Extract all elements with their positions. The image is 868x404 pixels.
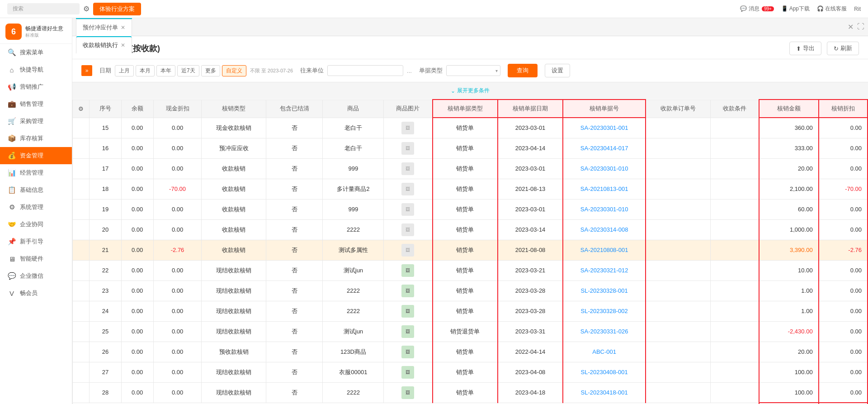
expand-more-button[interactable]: ⌄ 展开更多条件 <box>451 85 490 96</box>
cell-cash-discount-0: 0.00 <box>153 118 202 138</box>
cell-bill-no-0: SA-20230301-001 <box>563 118 646 138</box>
settings-icon[interactable]: ⚙ <box>78 105 84 112</box>
cell-receipt-order-no-11 <box>646 342 711 362</box>
top-bar-search[interactable]: 搜索 <box>7 3 80 14</box>
bill-no-link-1[interactable]: SA-20230414-017 <box>580 145 628 152</box>
page-header: 收款核销执行(按收款) ⬆ 导出 ↻ 刷新 <box>72 36 868 59</box>
bill-no-link-5[interactable]: SA-20230314-008 <box>580 226 628 233</box>
cell-cancel-discount-5: 0.00 <box>819 219 868 240</box>
sidebar-item-marketing[interactable]: 📢营销推广 <box>0 78 72 95</box>
sidebar-item-purchase[interactable]: 🛒采购管理 <box>0 113 72 130</box>
cell-cash-discount-4: 0.00 <box>153 199 202 219</box>
bill-no-link-3[interactable]: SA-20210813-001 <box>580 185 628 192</box>
cell-cancel-type-12: 现结收款核销 <box>202 362 266 382</box>
purchase-icon: 🛒 <box>7 117 16 125</box>
bill-no-link-10[interactable]: SA-20230331-026 <box>580 328 628 335</box>
app-download[interactable]: 📱 App下载 <box>781 5 810 13</box>
expand-tab-icon[interactable]: ⛶ <box>857 23 864 31</box>
sidebar-label-purchase: 采购管理 <box>20 117 43 125</box>
tab-close-receivable[interactable]: ✕ <box>121 42 125 48</box>
filter-expand-btn[interactable]: » <box>81 65 92 76</box>
cell-cancel-type-6: 收款核销 <box>202 240 266 260</box>
cell-cancel-discount-0: 0.00 <box>819 118 868 138</box>
cell-goods-13: 2222 <box>323 382 384 403</box>
bill-no-link-0[interactable]: SA-20230301-001 <box>580 124 628 131</box>
cell-no-7: 22 <box>90 260 122 280</box>
cell-receipt-condition-3 <box>711 179 760 199</box>
setting-button[interactable]: 设置 <box>545 64 570 77</box>
cell-bill-no-9: SL-20230328-002 <box>563 301 646 321</box>
bill-no-link-12[interactable]: SL-20230408-001 <box>581 369 628 375</box>
sidebar-item-system[interactable]: ⚙系统管理 <box>0 199 72 216</box>
counterpart-input[interactable] <box>327 65 403 76</box>
billtype-select[interactable] <box>446 65 500 76</box>
sidebar-label-member: 畅会员 <box>20 289 38 297</box>
sidebar-item-wechat[interactable]: 💬企业微信 <box>0 267 72 285</box>
close-tab-icon[interactable]: ✕ <box>848 23 854 31</box>
th-cancel-amount: 核销金额 <box>759 100 818 118</box>
sidebar-item-member[interactable]: V畅会员 <box>0 285 72 302</box>
date-btn-this-month[interactable]: 本月 <box>136 65 155 76</box>
cell-cancel-amount-12: 100.00 <box>759 362 818 382</box>
cell-gear-3 <box>73 179 90 199</box>
date-btn-custom[interactable]: 自定义 <box>222 65 246 76</box>
tab-close-prepay[interactable]: ✕ <box>121 24 125 31</box>
cell-cancel-discount-11: 0.00 <box>819 342 868 362</box>
cell-bill-no-11: ABC-001 <box>563 342 646 362</box>
th-gear[interactable]: ⚙ <box>73 100 90 118</box>
sidebar-item-cooperation[interactable]: 🤝企业协同 <box>0 216 72 233</box>
cell-balance-4: 0.00 <box>121 199 153 219</box>
table-header-row: ⚙ 序号 余额 现金折扣 核销类型 包含已结清 商品 商品图片 核销单据类型 核… <box>73 100 868 118</box>
cell-bill-date-5: 2023-03-14 <box>498 219 563 240</box>
sidebar-item-sales[interactable]: 💼销售管理 <box>0 95 72 113</box>
cell-included-12: 否 <box>266 362 323 382</box>
sidebar-item-business[interactable]: 📊经营管理 <box>0 164 72 181</box>
cell-balance-12: 0.00 <box>121 362 153 382</box>
message-item[interactable]: 💬 消息 99+ <box>740 5 774 13</box>
cell-cancel-type-3: 收款核销 <box>202 179 266 199</box>
cell-bill-no-2: SA-20230301-010 <box>563 158 646 179</box>
cell-balance-5: 0.00 <box>121 219 153 240</box>
table-area[interactable]: ⚙ 序号 余额 现金折扣 核销类型 包含已结清 商品 商品图片 核销单据类型 核… <box>72 99 868 404</box>
export-button[interactable]: ⬆ 导出 <box>789 42 821 55</box>
sidebar-item-hardware[interactable]: 🖥智能硬件 <box>0 250 72 267</box>
industry-btn[interactable]: 体验行业方案 <box>93 3 141 15</box>
sidebar-item-guide[interactable]: 📌新手引导 <box>0 233 72 250</box>
bill-no-link-11[interactable]: ABC-001 <box>592 348 616 355</box>
tab-prepay[interactable]: 预付冲应付单✕ <box>76 19 132 36</box>
date-btn-this-year[interactable]: 本年 <box>156 65 175 76</box>
cell-bill-date-6: 2021-08-08 <box>498 240 563 260</box>
table-row: 24 0.00 0.00 现结收款核销 否 2222 🖼 销货单 2023-03… <box>73 301 868 321</box>
cell-gear-5 <box>73 219 90 240</box>
cell-goods-4: 999 <box>323 199 384 219</box>
bill-no-link-13[interactable]: SL-20230418-001 <box>581 389 628 396</box>
cell-bill-type-11: 销货单 <box>433 342 498 362</box>
sidebar-item-shortcut[interactable]: ⌂快捷导航 <box>0 61 72 78</box>
date-btn-7days[interactable]: 近7天 <box>177 65 199 76</box>
bill-no-link-6[interactable]: SA-20210808-001 <box>580 247 628 253</box>
bill-no-link-9[interactable]: SL-20230328-002 <box>581 308 628 314</box>
th-cancel-type: 核销类型 <box>202 100 266 118</box>
query-button[interactable]: 查询 <box>508 64 538 77</box>
cell-receipt-order-no-12 <box>646 362 711 382</box>
bill-no-link-8[interactable]: SL-20230328-001 <box>581 287 628 294</box>
cell-bill-type-10: 销货退货单 <box>433 321 498 342</box>
gear-icon[interactable]: ⚙ <box>83 5 90 13</box>
sidebar-items: 🔍搜索菜单⌂快捷导航📢营销推广💼销售管理🛒采购管理📦库存核算💰资金管理📊经营管理… <box>0 44 72 302</box>
sidebar-item-finance[interactable]: 💰资金管理 <box>0 147 72 164</box>
refresh-button[interactable]: ↻ 刷新 <box>827 42 859 55</box>
date-btn-more[interactable]: 更多 <box>201 65 220 76</box>
date-btn-last-month[interactable]: 上月 <box>115 65 134 76</box>
sidebar-item-search[interactable]: 🔍搜索菜单 <box>0 44 72 61</box>
cell-receipt-order-no-8 <box>646 280 711 301</box>
bill-no-link-7[interactable]: SA-20230321-012 <box>580 267 628 274</box>
cell-bill-no-8: SL-20230328-001 <box>563 280 646 301</box>
bill-no-link-4[interactable]: SA-20230301-010 <box>580 206 628 213</box>
online-service[interactable]: 🎧 在线客服 <box>817 5 847 13</box>
tab-receivable[interactable]: 收款核销执行✕ <box>76 36 132 53</box>
bill-no-link-2[interactable]: SA-20230301-010 <box>580 165 628 172</box>
cell-cancel-amount-3: 2,100.00 <box>759 179 818 199</box>
cell-cancel-type-2: 收款核销 <box>202 158 266 179</box>
sidebar-item-basic[interactable]: 📋基础信息 <box>0 181 72 199</box>
sidebar-item-inventory[interactable]: 📦库存核算 <box>0 130 72 147</box>
